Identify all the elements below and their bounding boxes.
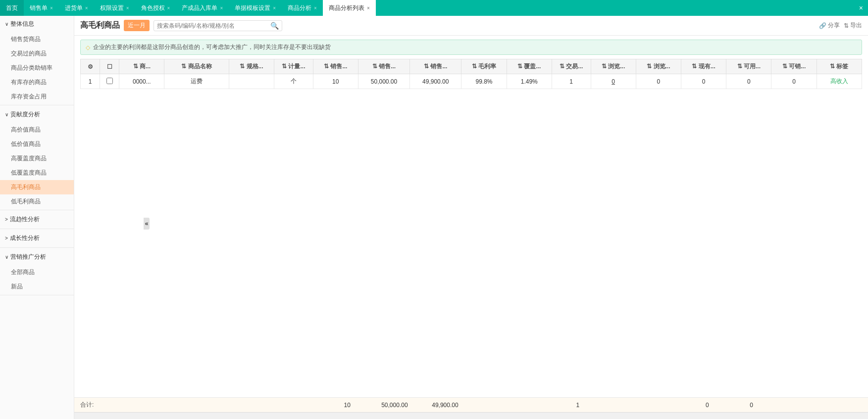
filter-button[interactable]: 近一月 — [124, 20, 150, 31]
content-area: 高毛利商品 近一月 🔍 🔗 分享 ⇅ 导出 ◇ 企业的主要的利润都是这部分商品创… — [74, 16, 868, 419]
table-cell-0-13: 0 — [636, 74, 681, 89]
nav-close-icon-1[interactable]: × — [50, 5, 53, 11]
nav-item-0[interactable]: 首页 — [0, 0, 24, 16]
nav-item-6[interactable]: 单据模板设置× — [229, 0, 282, 16]
nav-close-icon-3[interactable]: × — [126, 5, 129, 11]
sidebar-item-1-5[interactable]: 低毛利商品 — [0, 194, 74, 209]
col-header-6[interactable]: ⇅ 销售... — [313, 59, 358, 74]
content-header: 高毛利商品 近一月 🔍 🔗 分享 ⇅ 导出 — [74, 16, 868, 36]
footer-bar: 合计: 1050,000.0049,900.00100 — [74, 397, 868, 412]
nav-item-1[interactable]: 销售单× — [24, 0, 59, 16]
collapse-icon: « — [145, 220, 149, 227]
nav-item-5[interactable]: 产成品入库单× — [176, 0, 229, 16]
sidebar-item-0-4[interactable]: 库存资金占用 — [0, 90, 74, 104]
footer-cell-10 — [514, 402, 559, 409]
col-header-7[interactable]: ⇅ 销售... — [358, 59, 409, 74]
sidebar-group-label-0: 整体信息 — [10, 20, 34, 28]
col-header-3[interactable]: ⇅ 商品名称 — [164, 59, 229, 74]
export-label: 导出 — [850, 21, 862, 30]
col-header-16[interactable]: ⇅ 可销... — [771, 59, 817, 74]
nav-item-8[interactable]: 商品分析列表× — [323, 0, 376, 16]
footer-values: 1050,000.0049,900.00100 — [98, 402, 862, 409]
nav-close-icon-5[interactable]: × — [220, 5, 223, 11]
sidebar-item-0-0[interactable]: 销售货商品 — [0, 32, 74, 47]
nav-close-icon-7[interactable]: × — [314, 5, 317, 11]
sidebar-collapse-button[interactable]: « — [144, 218, 150, 230]
export-button[interactable]: ⇅ 导出 — [844, 21, 862, 30]
search-icon[interactable]: 🔍 — [270, 22, 279, 30]
table-cell-0-7: 50,000.00 — [358, 74, 409, 89]
nav-close-icon-6[interactable]: × — [273, 5, 276, 11]
sidebar-item-0-1[interactable]: 交易过的商品 — [0, 47, 74, 61]
search-input[interactable] — [157, 22, 270, 29]
footer-cell-2 — [136, 402, 180, 409]
group-arrow-icon-4: ∨ — [5, 254, 8, 260]
sidebar-group-2[interactable]: >流趋性分析 — [0, 211, 74, 228]
sidebar-item-0-3[interactable]: 有库存的商品 — [0, 75, 74, 90]
col-header-1[interactable]: ☐ — [100, 59, 119, 74]
sidebar-group-4[interactable]: ∨营销推广分析 — [0, 249, 74, 265]
page-title: 高毛利商品 — [80, 20, 120, 31]
horizontal-scrollbar[interactable] — [74, 412, 868, 419]
table-cell-0-1[interactable] — [100, 74, 119, 89]
info-icon: ◇ — [86, 44, 90, 51]
sidebar-group-1[interactable]: ∨贡献度分析 — [0, 106, 74, 123]
col-header-13[interactable]: ⇅ 浏览... — [636, 59, 681, 74]
nav-close-icon-4[interactable]: × — [167, 5, 170, 11]
nav-item-7[interactable]: 商品分析× — [282, 0, 323, 16]
nav-item-2[interactable]: 进货单× — [59, 0, 94, 16]
col-header-0[interactable]: ⚙ — [81, 59, 100, 74]
sidebar-item-1-3[interactable]: 低覆盖度商品 — [0, 166, 74, 180]
group-arrow-icon-2: > — [5, 217, 8, 222]
group-arrow-icon-0: ∨ — [5, 21, 8, 27]
share-button[interactable]: 🔗 分享 — [819, 21, 840, 30]
row-checkbox-0[interactable] — [106, 78, 113, 84]
window-close-button[interactable]: × — [854, 0, 868, 16]
footer-cell-17 — [818, 402, 862, 409]
info-banner-text: 企业的主要的利润都是这部分商品创造的，可考虑加大推广，同时关注库存是不要出现缺货 — [93, 43, 331, 51]
nav-item-4[interactable]: 角色授权× — [135, 0, 176, 16]
col-header-9[interactable]: ⇅ 毛利率 — [461, 59, 507, 74]
footer-cell-5 — [287, 402, 325, 409]
nav-close-icon-8[interactable]: × — [367, 5, 370, 11]
sidebar-item-1-1[interactable]: 低价值商品 — [0, 137, 74, 151]
group-arrow-icon-3: > — [5, 235, 8, 241]
sidebar-group-label-1: 贡献度分析 — [10, 110, 40, 119]
col-header-17[interactable]: ⇅ 标签 — [817, 59, 862, 74]
col-header-11[interactable]: ⇅ 交易... — [552, 59, 591, 74]
col-header-8[interactable]: ⇅ 销售... — [410, 59, 461, 74]
table-cell-0-12[interactable]: 0 — [591, 74, 636, 89]
col-header-15[interactable]: ⇅ 可用... — [726, 59, 771, 74]
sidebar-item-1-0[interactable]: 高价值商品 — [0, 123, 74, 137]
col-header-10[interactable]: ⇅ 覆盖... — [507, 59, 552, 74]
col-header-12[interactable]: ⇅ 浏览... — [591, 59, 636, 74]
sidebar-item-4-1[interactable]: 新品 — [0, 279, 74, 294]
table-cell-0-6: 10 — [313, 74, 358, 89]
sidebar-item-1-2[interactable]: 高覆盖度商品 — [0, 151, 74, 166]
footer-cell-16 — [773, 402, 817, 409]
data-table: ⚙☐⇅ 商...⇅ 商品名称⇅ 规格...⇅ 计量...⇅ 销售...⇅ 销售.… — [80, 59, 862, 89]
col-header-14[interactable]: ⇅ 现有... — [681, 59, 726, 74]
nav-item-3[interactable]: 权限设置× — [94, 0, 135, 16]
footer-cell-8: 49,900.00 — [420, 402, 470, 409]
table-cell-0-15: 0 — [726, 74, 771, 89]
footer-cell-14: 0 — [685, 402, 729, 409]
footer-cell-3 — [180, 402, 243, 409]
sidebar: ∨整体信息销售货商品交易过的商品商品分类助销率有库存的商品库存资金占用∨贡献度分… — [0, 16, 74, 419]
sidebar-item-4-0[interactable]: 全部商品 — [0, 265, 74, 279]
sidebar-group-3[interactable]: >成长性分析 — [0, 230, 74, 246]
table-cell-0-17: 高收入 — [817, 74, 862, 89]
table-cell-0-0: 1 — [81, 74, 100, 89]
col-header-5[interactable]: ⇅ 计量... — [274, 59, 313, 74]
sidebar-group-label-2: 流趋性分析 — [10, 215, 40, 224]
sidebar-item-0-2[interactable]: 商品分类助销率 — [0, 61, 74, 75]
col-header-2[interactable]: ⇅ 商... — [119, 59, 164, 74]
nav-close-icon-2[interactable]: × — [85, 5, 88, 11]
footer-cell-9 — [470, 402, 514, 409]
sidebar-group-0[interactable]: ∨整体信息 — [0, 16, 74, 32]
table-header: ⚙☐⇅ 商...⇅ 商品名称⇅ 规格...⇅ 计量...⇅ 销售...⇅ 销售.… — [81, 59, 862, 74]
sidebar-item-1-4[interactable]: 高毛利商品 — [0, 180, 74, 194]
footer-label: 合计: — [80, 401, 94, 409]
group-arrow-icon-1: ∨ — [5, 112, 8, 117]
col-header-4[interactable]: ⇅ 规格... — [229, 59, 274, 74]
